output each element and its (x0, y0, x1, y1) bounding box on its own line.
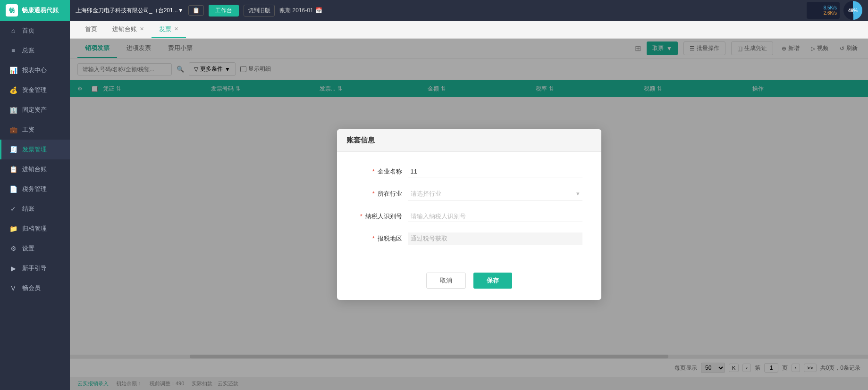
taxregion-placeholder: 通过税号获取 (411, 235, 447, 242)
tab-invoice-label: 发票 (159, 25, 171, 33)
required-star: * (372, 190, 375, 197)
logo-icon: 畅 (6, 4, 18, 17)
sidebar-item-settings[interactable]: ⚙ 设置 (0, 239, 70, 258)
modal-footer: 取消 保存 (337, 265, 601, 300)
sidebar-item-settlement[interactable]: ✓ 结账 (0, 199, 70, 219)
form-row-taxid: * 纳税人识别号 (356, 211, 582, 222)
sidebar-item-label: 税务管理 (22, 185, 47, 193)
period-display: 账期 2016-01 📅 (279, 7, 322, 15)
modal-title: 账套信息 (346, 136, 375, 144)
modal-body: * 企业名称 * 所在行业 请选择行业 ▾ (337, 152, 601, 265)
nav-tabs-bar: 首页 进销台账 ✕ 发票 ✕ (70, 21, 868, 39)
ledger-icon: ≡ (9, 47, 17, 54)
taxregion-field-label: 报税地区 (378, 235, 402, 242)
industry-field-label: 所在行业 (378, 190, 402, 197)
sidebar-item-salary[interactable]: 💼 工资 (0, 120, 70, 140)
salary-icon: 💼 (9, 126, 17, 133)
sidebar-item-assets[interactable]: 🏢 固定资产 (0, 100, 70, 120)
tab-invoice-close[interactable]: ✕ (174, 26, 178, 32)
taxregion-disabled: 通过税号获取 (408, 232, 582, 245)
invoice-icon: 🧾 (9, 146, 17, 153)
chevron-down-icon: ▾ (576, 190, 580, 197)
tab-home[interactable]: 首页 (77, 21, 105, 38)
topbar: 上海卯金刀电子科技有限公司_（台201...▼ 📋 工作台 切到旧版 账期 20… (70, 0, 868, 21)
sidebar-item-label: 工资 (22, 125, 34, 134)
required-star: * (372, 168, 375, 175)
sidebar-item-invoice[interactable]: 🧾 发票管理 (0, 140, 70, 159)
form-row-company: * 企业名称 (356, 166, 582, 177)
sidebar-item-label: 新手引导 (22, 264, 47, 273)
save-button[interactable]: 保存 (473, 273, 512, 289)
industry-select[interactable]: 请选择行业 ▾ (408, 188, 582, 200)
required-star: * (360, 213, 362, 220)
company-name-input[interactable] (408, 166, 582, 177)
sidebar-item-label: 固定资产 (22, 106, 47, 114)
company-name: 上海卯金刀电子科技有限公司_（台201...▼ (76, 7, 184, 15)
sidebar: 畅 畅康通易代账 ⌂ 首页 ≡ 总账 📊 报表中心 💰 资金管理 🏢 固定资产 … (0, 0, 70, 390)
app-logo: 畅 畅康通易代账 (0, 0, 70, 21)
settings-icon: ⚙ (9, 245, 17, 252)
sidebar-item-label: 总账 (22, 46, 34, 55)
workbench-button[interactable]: 工作台 (209, 5, 239, 17)
settlement-icon: ✓ (9, 205, 17, 213)
form-row-taxregion: * 报税地区 通过税号获取 (356, 232, 582, 245)
account-info-modal: 账套信息 * 企业名称 * 所在行 (337, 129, 601, 300)
sidebar-item-member[interactable]: V 畅会员 (0, 278, 70, 298)
app-name: 畅康通易代账 (22, 6, 59, 15)
switch-old-button[interactable]: 切到旧版 (244, 5, 275, 17)
required-star: * (372, 235, 375, 242)
form-row-industry: * 所在行业 请选择行业 ▾ (356, 188, 582, 200)
sidebar-item-trade[interactable]: 📋 进销台账 (0, 159, 70, 179)
cpu-percent: 49% (843, 1, 862, 20)
sidebar-item-label: 结账 (22, 205, 34, 213)
company-selector[interactable]: 上海卯金刀电子科技有限公司_（台201...▼ (76, 7, 184, 15)
modal-overlay: 账套信息 * 企业名称 * 所在行 (70, 39, 868, 390)
archive-button[interactable]: 📋 (188, 5, 204, 16)
sidebar-item-tax[interactable]: 📄 税务管理 (0, 179, 70, 199)
sidebar-item-home[interactable]: ⌂ 首页 (0, 21, 70, 41)
tax-icon: 📄 (9, 185, 17, 193)
modal-header: 账套信息 (337, 129, 601, 152)
archive-icon: 📁 (9, 225, 17, 232)
sidebar-item-label: 归档管理 (22, 224, 47, 233)
tab-invoice[interactable]: 发票 ✕ (152, 21, 186, 38)
industry-placeholder: 请选择行业 (411, 190, 441, 198)
tab-trade-close[interactable]: ✕ (140, 26, 144, 32)
assets-icon: 🏢 (9, 106, 17, 114)
company-label: * 企业名称 (356, 167, 408, 176)
content-area: 销项发票 进项发票 费用小票 ⊞ 取票 ▼ ☰ 批量操作 (70, 39, 868, 390)
sidebar-item-label: 畅会员 (22, 284, 41, 292)
sidebar-item-label: 资金管理 (22, 86, 47, 94)
speed-widget: 8.5K/s 2.6K/s (807, 2, 840, 19)
sidebar-item-label: 设置 (22, 244, 34, 253)
member-icon: V (9, 284, 17, 292)
taxid-input[interactable] (408, 211, 582, 222)
taxid-field-label: 纳税人识别号 (365, 213, 402, 220)
sidebar-item-label: 进销台账 (22, 165, 47, 174)
home-icon: ⌂ (9, 27, 17, 34)
tab-trade[interactable]: 进销台账 ✕ (105, 21, 152, 38)
topbar-right: 8.5K/s 2.6K/s 49% (807, 1, 862, 20)
trade-icon: 📋 (9, 166, 17, 173)
sidebar-item-guide[interactable]: ▶ 新手引导 (0, 258, 70, 278)
guide-icon: ▶ (9, 265, 17, 272)
sidebar-item-label: 首页 (22, 26, 34, 35)
archive-icon: 📋 (193, 7, 200, 14)
sidebar-item-archive[interactable]: 📁 归档管理 (0, 219, 70, 239)
report-icon: 📊 (9, 66, 17, 74)
sidebar-item-capital[interactable]: 💰 资金管理 (0, 80, 70, 100)
company-field-label: 企业名称 (378, 168, 402, 175)
sidebar-item-ledger[interactable]: ≡ 总账 (0, 41, 70, 60)
sidebar-item-report[interactable]: 📊 报表中心 (0, 60, 70, 80)
taxregion-label: * 报税地区 (356, 234, 408, 243)
upload-speed: 8.5K/s (824, 5, 837, 10)
cancel-button[interactable]: 取消 (426, 273, 466, 289)
main-area: 上海卯金刀电子科技有限公司_（台201...▼ 📋 工作台 切到旧版 账期 20… (70, 0, 868, 390)
calendar-icon: 📅 (315, 7, 322, 14)
industry-label: * 所在行业 (356, 190, 408, 198)
capital-icon: 💰 (9, 86, 17, 94)
tab-home-label: 首页 (85, 25, 97, 33)
download-speed: 2.6K/s (824, 10, 837, 16)
tab-trade-label: 进销台账 (112, 25, 137, 33)
period-value: 2016-01 (293, 7, 313, 14)
